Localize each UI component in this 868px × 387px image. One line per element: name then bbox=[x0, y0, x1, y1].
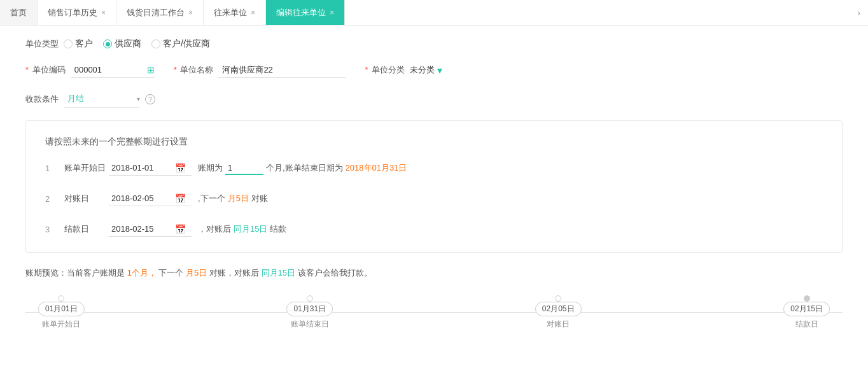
unit-category-arrow: ▾ bbox=[437, 64, 442, 76]
period-row-1-num: 1 bbox=[45, 164, 64, 173]
unit-category-group: * 单位分类 未分类 ▾ bbox=[365, 64, 442, 76]
radio-supplier-circle bbox=[103, 39, 112, 48]
timeline-recon: 02月05日 对账日 bbox=[535, 295, 582, 330]
radio-supplier[interactable]: 供应商 bbox=[103, 38, 141, 50]
period-row-1-label: 账单开始日 bbox=[64, 162, 109, 174]
unit-name-label: * 单位名称 bbox=[174, 64, 214, 76]
payment-terms-group: 收款条件 月结 ▾ ? bbox=[25, 90, 155, 108]
period-row-2-date-input: 📅 bbox=[109, 191, 192, 206]
unit-code-input-wrapper: ⊞ bbox=[71, 62, 155, 78]
timeline-end: 01月31日 账单结束日 bbox=[286, 295, 333, 330]
payment-terms-help[interactable]: ? bbox=[145, 94, 155, 104]
timeline-end-dot bbox=[307, 295, 313, 302]
period-row-1-end-date: 2018年01月31日 bbox=[346, 162, 407, 174]
unit-code-copy-icon[interactable]: ⊞ bbox=[147, 65, 155, 75]
tab-daily-label: 钱货日清工作台 bbox=[127, 7, 185, 18]
payment-terms-row: 收款条件 月结 ▾ ? bbox=[25, 90, 843, 108]
preview-part2-highlight: 月5日 bbox=[186, 268, 207, 278]
period-start-date[interactable] bbox=[109, 162, 172, 174]
unit-category-dropdown[interactable]: 未分类 ▾ bbox=[410, 64, 442, 76]
timeline-settle: 02月15日 结款日 bbox=[783, 295, 830, 330]
period-recon-calendar-icon[interactable]: 📅 bbox=[175, 194, 186, 204]
preview-part1: 1个月， bbox=[127, 268, 157, 278]
unit-name-input[interactable] bbox=[218, 62, 346, 78]
preview-part2-plain: 下一个 bbox=[158, 268, 183, 278]
unit-type-group: 单位类型 客户 供应商 客户/供应商 bbox=[25, 38, 210, 50]
period-row-3-num: 3 bbox=[45, 225, 64, 234]
period-settings-box: 请按照未来的一个完整帐期进行设置 1 账单开始日 📅 账期为 个月,账单结束日期… bbox=[25, 120, 843, 253]
period-row-3: 3 结款日 📅 ，对账后 同月15日 结款 bbox=[45, 222, 823, 237]
preview-section: 账期预览：当前客户账期是 1个月， 下一个 月5日 对账，对账后 同月15日 该… bbox=[25, 265, 843, 330]
period-row-1: 1 账单开始日 📅 账期为 个月,账单结束日期为 2018年01月31日 bbox=[45, 160, 823, 176]
period-row-1-suffix-before: 账期为 bbox=[198, 162, 223, 174]
period-row-3-label: 结款日 bbox=[64, 223, 109, 235]
unit-type-radios: 客户 供应商 客户/供应商 bbox=[64, 38, 210, 50]
timeline-start: 01月01日 账单开始日 bbox=[38, 295, 85, 330]
payment-terms-value: 月结 bbox=[64, 92, 134, 106]
period-row-2-comma: ,下一个 bbox=[198, 193, 225, 204]
unit-category-label: * 单位分类 bbox=[365, 64, 405, 76]
radio-customer[interactable]: 客户 bbox=[64, 38, 93, 50]
tab-home[interactable]: 首页 bbox=[0, 0, 38, 25]
preview-part3-highlight: 同月15日 bbox=[262, 268, 295, 278]
tab-contacts-close[interactable]: × bbox=[251, 9, 255, 17]
tab-bar: 首页 销售订单历史 × 钱货日清工作台 × 往来单位 × 编辑往来单位 × › bbox=[0, 0, 868, 25]
period-row-3-date-input: 📅 bbox=[109, 222, 192, 237]
period-row-3-highlight: 同月15日 bbox=[234, 223, 267, 235]
preview-part4: 该客户会给我打款。 bbox=[298, 268, 372, 278]
unit-code-label: * 单位编码 bbox=[25, 64, 66, 76]
tab-sales-close[interactable]: × bbox=[101, 9, 106, 17]
timeline-recon-sublabel: 对账日 bbox=[547, 319, 570, 330]
radio-both[interactable]: 客户/供应商 bbox=[151, 38, 210, 50]
timeline: 01月01日 账单开始日 01月31日 账单结束日 02月05日 对账日 02月… bbox=[25, 295, 843, 330]
unit-category-value: 未分类 bbox=[410, 64, 435, 76]
radio-both-circle bbox=[151, 39, 160, 48]
period-row-2-num: 2 bbox=[45, 194, 64, 204]
unit-code-input[interactable] bbox=[71, 64, 147, 76]
period-row-3-plain: ，对账后 bbox=[198, 223, 231, 235]
period-row-2: 2 对账日 📅 ,下一个 月5日 对账 bbox=[45, 191, 823, 206]
timeline-end-label: 01月31日 bbox=[286, 302, 333, 316]
period-row-1-suffix: 账期为 个月,账单结束日期为 2018年01月31日 bbox=[198, 162, 407, 175]
period-settings-title: 请按照未来的一个完整帐期进行设置 bbox=[45, 136, 823, 148]
tab-edit-contacts[interactable]: 编辑往来单位 × bbox=[266, 0, 345, 25]
preview-text: 账期预览：当前客户账期是 1个月， 下一个 月5日 对账，对账后 同月15日 该… bbox=[25, 265, 843, 280]
period-row-2-highlight: 月5日 bbox=[228, 193, 249, 204]
payment-terms-arrow: ▾ bbox=[137, 95, 140, 102]
timeline-recon-label: 02月05日 bbox=[535, 302, 582, 316]
period-row-2-suffix: ,下一个 月5日 对账 bbox=[198, 193, 268, 204]
unit-type-label: 单位类型 bbox=[25, 38, 59, 50]
timeline-start-sublabel: 账单开始日 bbox=[42, 319, 80, 330]
period-row-3-suffix: ，对账后 同月15日 结款 bbox=[198, 223, 286, 235]
timeline-start-dot bbox=[58, 295, 64, 302]
payment-terms-label: 收款条件 bbox=[25, 94, 59, 105]
tab-edit-close[interactable]: × bbox=[330, 9, 334, 17]
payment-terms-dropdown[interactable]: 月结 ▾ bbox=[64, 90, 140, 108]
preview-part3-plain: 对账，对账后 bbox=[209, 268, 259, 278]
period-row-3-end: 结款 bbox=[270, 223, 286, 235]
period-settle-date[interactable] bbox=[109, 223, 172, 235]
timeline-points: 01月01日 账单开始日 01月31日 账单结束日 02月05日 对账日 02月… bbox=[38, 295, 830, 330]
tab-more-button[interactable]: › bbox=[850, 0, 868, 25]
tab-sales-history[interactable]: 销售订单历史 × bbox=[38, 0, 116, 25]
period-recon-date[interactable] bbox=[109, 192, 172, 204]
unit-code-group: * 单位编码 ⊞ bbox=[25, 62, 155, 78]
unit-type-row: 单位类型 客户 供应商 客户/供应商 bbox=[25, 38, 843, 50]
radio-customer-circle bbox=[64, 39, 73, 48]
period-months-input[interactable] bbox=[225, 162, 263, 175]
period-start-calendar-icon[interactable]: 📅 bbox=[175, 163, 186, 173]
tab-daily-close[interactable]: × bbox=[188, 9, 193, 17]
unit-info-row: * 单位编码 ⊞ * 单位名称 * 单位分类 未分类 ▾ bbox=[25, 62, 843, 78]
period-row-1-suffix-plain: 个月,账单结束日期为 bbox=[266, 162, 343, 174]
unit-name-group: * 单位名称 bbox=[174, 62, 346, 78]
timeline-end-sublabel: 账单结束日 bbox=[291, 319, 329, 330]
timeline-settle-label: 02月15日 bbox=[783, 302, 830, 316]
tab-daily-work[interactable]: 钱货日清工作台 × bbox=[116, 0, 204, 25]
period-row-2-label: 对账日 bbox=[64, 193, 109, 204]
tab-sales-label: 销售订单历史 bbox=[48, 7, 97, 18]
period-settle-calendar-icon[interactable]: 📅 bbox=[175, 224, 186, 234]
radio-supplier-label: 供应商 bbox=[115, 38, 141, 50]
radio-both-label: 客户/供应商 bbox=[163, 38, 210, 50]
tab-contacts[interactable]: 往来单位 × bbox=[204, 0, 266, 25]
main-content: 单位类型 客户 供应商 客户/供应商 * 单位编码 bbox=[0, 25, 868, 387]
